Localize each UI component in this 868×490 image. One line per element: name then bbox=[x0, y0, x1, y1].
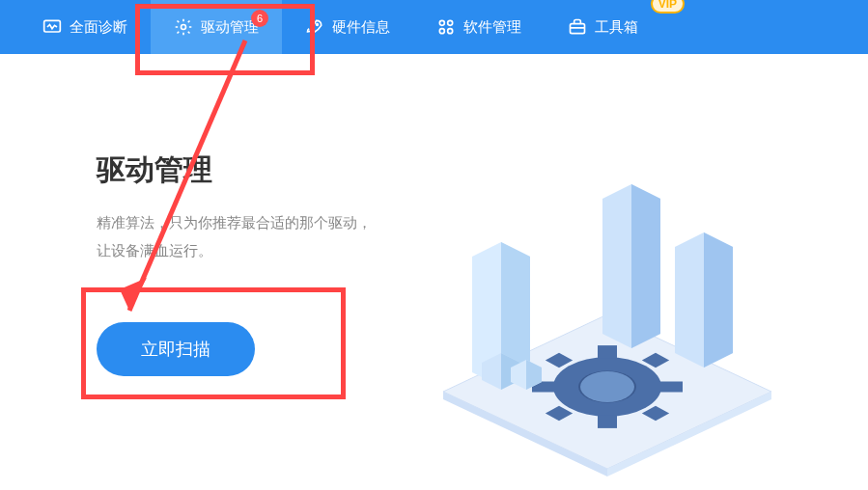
svg-marker-23 bbox=[631, 184, 660, 348]
svg-point-5 bbox=[439, 29, 444, 34]
svg-rect-16 bbox=[659, 382, 683, 393]
apps-icon bbox=[436, 17, 456, 37]
svg-point-6 bbox=[448, 29, 453, 34]
nav-label: 硬件信息 bbox=[332, 18, 390, 37]
nav-label: 软件管理 bbox=[463, 18, 521, 37]
svg-rect-14 bbox=[598, 416, 617, 428]
monitor-icon bbox=[42, 17, 62, 37]
nav-hardware[interactable]: 硬件信息 bbox=[282, 0, 413, 54]
scan-button[interactable]: 立即扫描 bbox=[97, 322, 255, 376]
nav-label: 全面诊断 bbox=[70, 18, 127, 37]
page-title: 驱动管理 bbox=[97, 150, 406, 190]
nav-driver[interactable]: 驱动管理 6 bbox=[151, 0, 282, 54]
nav-software[interactable]: 软件管理 bbox=[413, 0, 545, 54]
svg-point-21 bbox=[580, 371, 634, 402]
illustration bbox=[405, 170, 810, 478]
svg-point-4 bbox=[448, 20, 453, 25]
nav-label: 驱动管理 bbox=[201, 18, 259, 37]
toolbox-icon bbox=[568, 17, 587, 37]
svg-marker-25 bbox=[704, 232, 733, 368]
page-desc: 精准算法，只为你推荐最合适的那个驱动， 让设备满血运行。 bbox=[97, 209, 406, 264]
svg-point-1 bbox=[182, 25, 186, 30]
desc-line: 精准算法，只为你推荐最合适的那个驱动， bbox=[97, 214, 372, 231]
nav-label: 工具箱 bbox=[595, 18, 638, 37]
nav-badge: 6 bbox=[251, 10, 268, 27]
svg-rect-0 bbox=[44, 20, 61, 32]
navbar: 全面诊断 驱动管理 6 硬件信息 软件管理 工具箱 bbox=[0, 0, 868, 54]
svg-rect-13 bbox=[598, 345, 617, 358]
nav-diagnose[interactable]: 全面诊断 bbox=[19, 0, 151, 54]
svg-point-2 bbox=[317, 24, 319, 26]
left-panel: 驱动管理 精准算法，只为你推荐最合适的那个驱动， 让设备满血运行。 立即扫描 bbox=[97, 150, 406, 376]
nav-toolbox[interactable]: 工具箱 bbox=[545, 0, 661, 54]
svg-point-3 bbox=[439, 20, 444, 25]
gear-icon bbox=[174, 17, 193, 37]
content: 驱动管理 精准算法，只为你推荐最合适的那个驱动， 让设备满血运行。 立即扫描 bbox=[0, 54, 868, 376]
desc-line: 让设备满血运行。 bbox=[97, 242, 212, 259]
rocket-icon bbox=[305, 17, 324, 37]
